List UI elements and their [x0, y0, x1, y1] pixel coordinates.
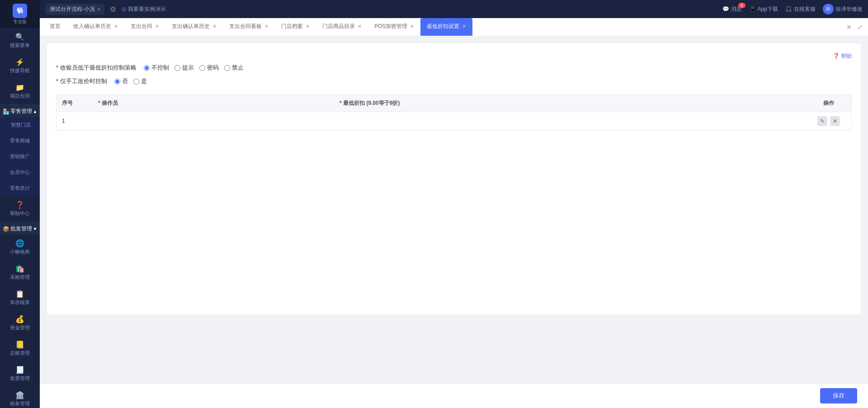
help-icon: ❓: [15, 201, 24, 209]
td-discount-1: [334, 117, 806, 125]
option-password[interactable]: 密码: [199, 64, 219, 72]
table-row: 1 ✎ ✕: [57, 112, 851, 130]
sidebar-item-ecommerce[interactable]: 🌐 小畅电商: [0, 234, 40, 260]
th-ops: 操作: [806, 95, 851, 112]
tab-payment[interactable]: 支出合同 ✕: [124, 18, 165, 36]
tab-poslock-label: POS加密管理: [374, 23, 407, 30]
content-area: ❓ 帮助 * 收银员低于最低折扣控制策略 不控制 提示: [40, 36, 868, 383]
topbar: 测试分开流程-小况 ▾ ⚙ ◎ 我要看实例演示 💬 消息 8 📱 App下载 🎧…: [40, 0, 868, 18]
tab-income-close[interactable]: ✕: [114, 23, 118, 29]
option-password-label: 密码: [207, 64, 219, 72]
tab-poslock[interactable]: POS加密管理 ✕: [368, 18, 420, 36]
tab-close-all-icon[interactable]: ✕: [844, 22, 854, 33]
tab-storegoods-close[interactable]: ✕: [358, 23, 362, 29]
edit-icon[interactable]: ✎: [817, 116, 827, 126]
topbar-online-service[interactable]: 🎧 在线客服: [785, 5, 816, 13]
tab-mindiscount-label: 最低折扣设置: [427, 23, 459, 30]
discount-required-mark: *: [340, 100, 343, 106]
option-forbid[interactable]: 禁止: [224, 64, 244, 72]
sidebar-label-batch: 批发管理: [10, 225, 32, 233]
tab-income-label: 收入确认单历史: [73, 23, 111, 30]
tab-storefile-close[interactable]: ✕: [306, 23, 310, 29]
tab-payboard-close[interactable]: ✕: [264, 23, 269, 29]
tab-expand-icon[interactable]: ⤢: [855, 22, 864, 33]
sidebar-item-purchase[interactable]: 🛍️ 采购管理: [0, 260, 40, 285]
sidebar-item-project[interactable]: 📁 项目合同: [0, 79, 40, 104]
help-link[interactable]: ❓ 帮助: [833, 52, 852, 60]
message-badge: 8: [738, 3, 745, 8]
tab-mindiscount[interactable]: 最低折扣设置 ✕: [420, 18, 472, 36]
tab-home[interactable]: 首页: [43, 18, 67, 36]
option-no-control[interactable]: 不控制: [144, 64, 169, 72]
sidebar-label-purchase: 采购管理: [10, 274, 30, 281]
topbar-project-selector[interactable]: 测试分开流程-小况 ▾: [45, 4, 104, 15]
sidebar-item-quicknav[interactable]: ⚡ 快捷导航: [0, 53, 40, 79]
tab-storefile[interactable]: 门店档案 ✕: [275, 18, 316, 36]
sidebar-item-batch[interactable]: 📦 批发管理 ▼: [0, 221, 40, 234]
sidebar-item-ledger[interactable]: 📒 总账管理: [0, 336, 40, 361]
td-seq-1: 1: [57, 114, 93, 128]
logo-icon: 畅: [13, 4, 27, 18]
purchase-icon: 🛍️: [15, 264, 24, 273]
help-area: ❓ 帮助: [56, 52, 852, 60]
main-area: 测试分开流程-小况 ▾ ⚙ ◎ 我要看实例演示 💬 消息 8 📱 App下载 🎧…: [40, 0, 868, 408]
sidebar-label-capital: 资金管理: [10, 324, 30, 331]
manual-price-label: * 仅手工改价时控制: [56, 77, 107, 85]
sidebar-item-onlineshop[interactable]: 零售商城: [0, 133, 40, 149]
sidebar-item-retail[interactable]: 🏪 零售管理 ▲: [0, 104, 40, 117]
username-label: 徐泽华修改: [835, 5, 863, 13]
operator-required-mark: *: [98, 100, 102, 106]
tab-payconfirm-close[interactable]: ✕: [212, 23, 217, 29]
option-yes[interactable]: 是: [133, 77, 147, 85]
manual-price-options: 否 是: [114, 77, 147, 85]
sidebar-label-retailstat: 零售统计: [10, 185, 30, 192]
topbar-user[interactable]: 徐 徐泽华修改: [823, 4, 863, 14]
sidebar-label-inventory: 库存核算: [10, 299, 30, 306]
tab-payment-close[interactable]: ✕: [155, 23, 159, 29]
topbar-demo-link[interactable]: ◎ 我要看实例演示: [122, 5, 166, 13]
th-operator: * 操作员: [93, 95, 334, 112]
avatar: 徐: [823, 4, 834, 14]
tab-payboard[interactable]: 支出合同看板 ✕: [223, 18, 275, 36]
sidebar-item-help[interactable]: ❓ 帮助中心: [0, 196, 40, 221]
sidebar-label-help: 帮助中心: [10, 210, 30, 217]
sidebar-item-smartshop[interactable]: 智慧门店: [0, 117, 40, 133]
bottom-bar: 保存: [40, 383, 868, 408]
option-prompt[interactable]: 提示: [175, 64, 194, 72]
topbar-app-download[interactable]: 📱 App下载: [749, 5, 778, 13]
option-no-label: 否: [122, 77, 128, 85]
sidebar-item-capital[interactable]: 💰 资金管理: [0, 310, 40, 336]
topbar-message[interactable]: 💬 消息 8: [722, 5, 742, 13]
tab-poslock-close[interactable]: ✕: [410, 23, 414, 29]
tab-mindiscount-close[interactable]: ✕: [462, 23, 466, 29]
sidebar-item-inventory[interactable]: 📋 库存核算: [0, 285, 40, 310]
tab-storegoods[interactable]: 门店商品目录 ✕: [316, 18, 368, 36]
option-forbid-label: 禁止: [232, 64, 244, 72]
tab-income[interactable]: 收入确认单历史 ✕: [67, 18, 124, 36]
sidebar-item-search[interactable]: 🔍 搜索菜单: [0, 28, 40, 53]
discount-strategy-row: * 收银员低于最低折扣控制策略 不控制 提示 密码: [56, 64, 852, 72]
project-chevron-icon: ▾: [98, 7, 100, 12]
sidebar-logo: 畅 专业版: [0, 0, 40, 28]
sidebar-item-invoice[interactable]: 🧾 发票管理: [0, 361, 40, 386]
project-icon: 📁: [15, 83, 24, 92]
service-icon: 🎧: [785, 6, 792, 12]
message-icon: 💬: [722, 6, 729, 12]
save-button[interactable]: 保存: [820, 388, 857, 403]
sidebar-item-retailstat[interactable]: 零售统计: [0, 180, 40, 196]
sidebar-item-member[interactable]: 会员中心: [0, 164, 40, 180]
sidebar-label-ecommerce: 小畅电商: [10, 249, 30, 255]
batch-arrow-icon: ▼: [33, 226, 38, 231]
logo-text: 专业版: [13, 19, 27, 24]
service-label: 在线客服: [794, 5, 816, 13]
sidebar-item-marketing[interactable]: 营销推广: [0, 149, 40, 164]
sidebar-label-member: 会员中心: [10, 169, 30, 176]
topbar-settings-icon[interactable]: ⚙: [110, 5, 116, 14]
option-no[interactable]: 否: [114, 77, 128, 85]
sidebar-item-tax[interactable]: 🏛️ 税务管理: [0, 386, 40, 408]
delete-icon[interactable]: ✕: [830, 116, 840, 126]
discount-strategy-label: * 收银员低于最低折扣控制策略: [56, 64, 137, 72]
form-section: * 收银员低于最低折扣控制策略 不控制 提示 密码: [56, 64, 852, 85]
quicknav-icon: ⚡: [15, 58, 24, 66]
tab-payconfirm[interactable]: 支出确认单历史 ✕: [165, 18, 223, 36]
